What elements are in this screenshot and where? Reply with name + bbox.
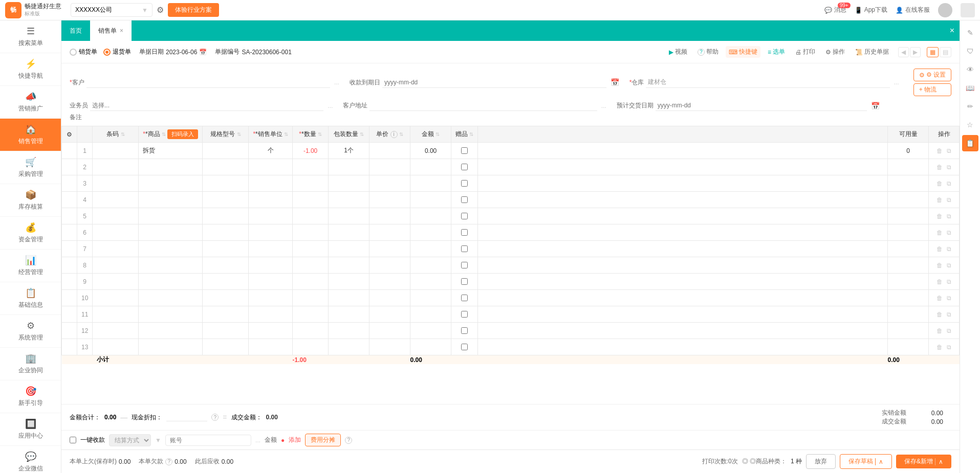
copy-icon-12[interactable]: ⧉ bbox=[947, 344, 951, 351]
copy-icon-8[interactable]: ⧉ bbox=[947, 278, 951, 285]
cell-barcode-1[interactable] bbox=[93, 159, 139, 175]
cell-product-12[interactable] bbox=[139, 339, 203, 355]
cell-barcode-7[interactable] bbox=[93, 257, 139, 274]
staff-dots[interactable]: ... bbox=[328, 102, 333, 109]
delete-icon-4[interactable]: 🗑 bbox=[937, 213, 943, 220]
sidebar-item-apps[interactable]: 🔲 应用中心 bbox=[0, 413, 61, 446]
delete-icon-1[interactable]: 🗑 bbox=[937, 164, 943, 171]
delete-icon-2[interactable]: 🗑 bbox=[937, 180, 943, 187]
address-dots[interactable]: ... bbox=[601, 102, 606, 109]
cell-qty-7[interactable] bbox=[293, 257, 329, 274]
settings-icon[interactable]: ⚙ bbox=[157, 5, 164, 15]
nav-next-icon[interactable]: ▶ bbox=[910, 47, 921, 57]
delete-icon-8[interactable]: 🗑 bbox=[937, 278, 943, 285]
cell-qty-10[interactable] bbox=[293, 306, 329, 323]
copy-icon-2[interactable]: ⧉ bbox=[947, 180, 951, 187]
cell-barcode-2[interactable] bbox=[93, 175, 139, 192]
copy-icon-4[interactable]: ⧉ bbox=[947, 213, 951, 220]
save-draft-arrow[interactable]: ∧ bbox=[875, 458, 883, 465]
add-label[interactable]: 添加 bbox=[289, 436, 301, 444]
discount-info-icon[interactable]: ? bbox=[211, 414, 219, 421]
avatar[interactable] bbox=[938, 3, 952, 17]
cell-product-2[interactable] bbox=[139, 175, 203, 192]
copy-icon-6[interactable]: ⧉ bbox=[947, 245, 951, 253]
cell-price-8[interactable] bbox=[369, 274, 410, 290]
copy-icon-1[interactable]: ⧉ bbox=[947, 164, 951, 171]
cell-remark-2[interactable] bbox=[478, 175, 888, 192]
calendar-icon[interactable]: 📅 bbox=[199, 49, 207, 56]
cell-gift-6[interactable] bbox=[451, 241, 478, 257]
cell-barcode-11[interactable] bbox=[93, 323, 139, 339]
scan-button[interactable]: 扫码录入 bbox=[167, 129, 198, 139]
receive-calendar-icon[interactable]: 📅 bbox=[611, 78, 619, 86]
cell-remark-8[interactable] bbox=[478, 274, 888, 290]
cell-qty-5[interactable] bbox=[293, 224, 329, 241]
delete-icon-7[interactable]: 🗑 bbox=[937, 262, 943, 269]
cell-gift-3[interactable] bbox=[451, 192, 478, 208]
cell-qty-9[interactable] bbox=[293, 290, 329, 306]
cell-product-4[interactable] bbox=[139, 208, 203, 224]
cell-gift-5[interactable] bbox=[451, 224, 478, 241]
cell-remark-6[interactable] bbox=[478, 241, 888, 257]
copy-icon-0[interactable]: ⧉ bbox=[947, 147, 951, 154]
cell-remark-3[interactable] bbox=[478, 192, 888, 208]
action-history[interactable]: 📜 历史单据 bbox=[852, 47, 892, 57]
sidebar-item-purchase[interactable]: 🛒 采购管理 bbox=[0, 151, 61, 184]
cell-remark-9[interactable] bbox=[478, 290, 888, 306]
cell-price-2[interactable] bbox=[369, 175, 410, 192]
cell-price-7[interactable] bbox=[369, 257, 410, 274]
right-panel-book[interactable]: 📖 bbox=[962, 80, 978, 96]
cell-product-0[interactable]: 拆货 bbox=[139, 143, 203, 159]
delete-icon-5[interactable]: 🗑 bbox=[937, 229, 943, 236]
cell-qty-3[interactable] bbox=[293, 192, 329, 208]
cell-qty-8[interactable] bbox=[293, 274, 329, 290]
cell-product-7[interactable] bbox=[139, 257, 203, 274]
sidebar-item-finance[interactable]: 💰 资金管理 bbox=[0, 217, 61, 250]
settings-btn[interactable]: ⚙ ⚙ 设置 bbox=[913, 69, 951, 81]
right-panel-edit1[interactable]: ✎ bbox=[962, 25, 978, 41]
sidebar-item-marketing[interactable]: 📣 营销推广 bbox=[0, 86, 61, 119]
cell-barcode-4[interactable] bbox=[93, 208, 139, 224]
copy-icon-10[interactable]: ⧉ bbox=[947, 311, 951, 318]
action-operate[interactable]: ⚙ 操作 bbox=[822, 47, 848, 57]
radio-sales[interactable]: 销货单 bbox=[70, 48, 97, 56]
cell-remark-10[interactable] bbox=[478, 306, 888, 323]
cell-spec-12[interactable] bbox=[203, 339, 249, 355]
cell-spec-9[interactable] bbox=[203, 290, 249, 306]
right-panel-pencil[interactable]: ✏ bbox=[962, 98, 978, 115]
cell-price-4[interactable] bbox=[369, 208, 410, 224]
cell-product-9[interactable] bbox=[139, 290, 203, 306]
receive-date-input[interactable] bbox=[382, 77, 606, 88]
fee-button[interactable]: 费用分摊 bbox=[305, 434, 341, 446]
sidebar-item-basic[interactable]: 📋 基础信息 bbox=[0, 282, 61, 315]
sidebar-item-system[interactable]: ⚙ 系统管理 bbox=[0, 315, 61, 348]
cell-price-5[interactable] bbox=[369, 224, 410, 241]
copy-icon-9[interactable]: ⧉ bbox=[947, 295, 951, 302]
delivery-calendar-icon[interactable]: 📅 bbox=[871, 102, 880, 110]
sidebar-item-search[interactable]: ☰ 搜索菜单 bbox=[0, 20, 61, 53]
delete-icon-9[interactable]: 🗑 bbox=[937, 295, 943, 302]
account-input[interactable] bbox=[165, 435, 251, 446]
right-panel-orange[interactable]: 📋 bbox=[962, 135, 978, 151]
delete-icon-0[interactable]: 🗑 bbox=[937, 147, 943, 154]
cell-gift-4[interactable] bbox=[451, 208, 478, 224]
cell-spec-10[interactable] bbox=[203, 306, 249, 323]
view-list-icon[interactable]: ▤ bbox=[940, 47, 951, 57]
message-btn[interactable]: 💬 消息 99+ bbox=[824, 6, 846, 14]
online-service-btn[interactable]: 👤 在线客服 bbox=[896, 6, 930, 14]
address-input[interactable] bbox=[369, 100, 597, 111]
delivery-date-input[interactable] bbox=[656, 100, 867, 111]
cell-gift-0[interactable] bbox=[451, 143, 478, 159]
fee-info-icon[interactable]: ? bbox=[345, 437, 352, 444]
nav-prev-icon[interactable]: ◀ bbox=[898, 47, 909, 57]
cell-product-1[interactable] bbox=[139, 159, 203, 175]
cell-price-11[interactable] bbox=[369, 323, 410, 339]
cell-barcode-8[interactable] bbox=[93, 274, 139, 290]
user-menu[interactable] bbox=[961, 3, 975, 17]
one-click-checkbox[interactable] bbox=[70, 437, 76, 443]
sidebar-item-guide[interactable]: 🎯 新手引导 bbox=[0, 380, 61, 413]
copy-icon-5[interactable]: ⧉ bbox=[947, 229, 951, 236]
cell-price-3[interactable] bbox=[369, 192, 410, 208]
cell-qty-0[interactable]: -1.00 bbox=[293, 143, 329, 159]
cell-spec-0[interactable] bbox=[203, 143, 249, 159]
